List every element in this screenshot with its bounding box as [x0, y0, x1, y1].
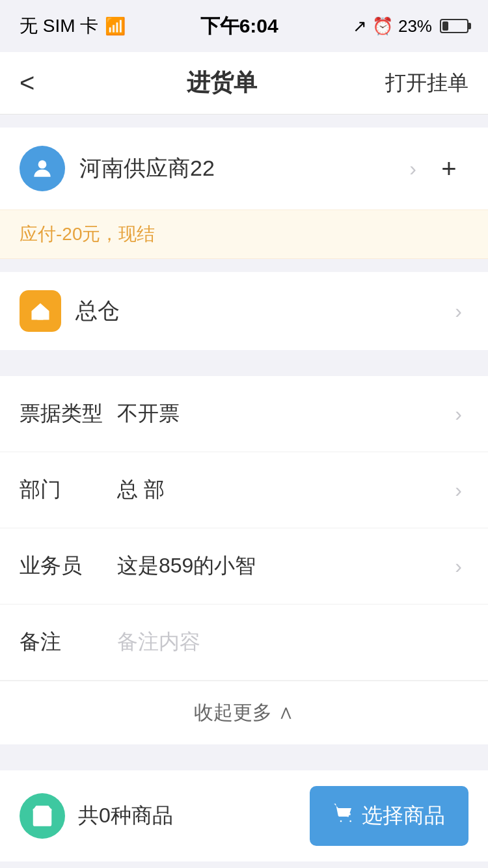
- sales-value: 这是859的小智: [117, 552, 455, 580]
- collapse-row[interactable]: 收起更多 ∧: [0, 681, 488, 744]
- warehouse-chevron-icon: ›: [455, 299, 462, 323]
- warehouse-row[interactable]: 总仓 ›: [0, 272, 488, 350]
- supplier-chevron-icon: ›: [409, 157, 416, 181]
- remark-input[interactable]: 备注内容: [117, 628, 468, 657]
- notice-text: 应付-20元，现结: [20, 224, 155, 244]
- status-left: 无 SIM 卡 📶: [20, 14, 126, 38]
- divider-3: [0, 744, 488, 757]
- status-bar: 无 SIM 卡 📶 下午6:04 ↗ ⏰ 23%: [0, 0, 488, 52]
- invoice-label: 票据类型: [20, 400, 104, 428]
- divider-2: [0, 350, 488, 363]
- svg-point-0: [38, 160, 47, 169]
- supplier-avatar: [20, 146, 65, 191]
- bottom-bar: 共0种商品 选择商品: [0, 770, 488, 861]
- department-label: 部门: [20, 476, 104, 504]
- supplier-section: 河南供应商22 › + 应付-20元，现结: [0, 128, 488, 259]
- goods-icon: [20, 793, 65, 839]
- sales-row[interactable]: 业务员 这是859的小智 ›: [0, 528, 488, 604]
- status-right: ↗ ⏰ 23%: [353, 16, 468, 36]
- notice-bar: 应付-20元，现结: [0, 210, 488, 259]
- remark-label: 备注: [20, 628, 104, 657]
- page-title: 进货单: [187, 67, 257, 99]
- invoice-chevron-icon: ›: [455, 402, 462, 426]
- supplier-row[interactable]: 河南供应商22 › +: [0, 128, 488, 210]
- sales-chevron-icon: ›: [455, 554, 462, 578]
- nav-bar: < 进货单 打开挂单: [0, 52, 488, 115]
- top-divider: [0, 115, 488, 128]
- department-row[interactable]: 部门 总 部 ›: [0, 452, 488, 528]
- warehouse-name: 总仓: [75, 296, 455, 326]
- location-icon: ↗: [353, 16, 367, 36]
- department-value: 总 部: [117, 476, 455, 504]
- department-chevron-icon: ›: [455, 478, 462, 502]
- supplier-name: 河南供应商22: [79, 154, 409, 183]
- battery-icon: [440, 19, 468, 33]
- back-button[interactable]: <: [20, 68, 59, 98]
- wifi-icon: 📶: [105, 16, 126, 36]
- goods-count-label: 共0种商品: [78, 802, 297, 830]
- svg-rect-1: [38, 313, 44, 320]
- cart-icon: [333, 803, 354, 829]
- add-supplier-button[interactable]: +: [429, 149, 468, 188]
- select-goods-button[interactable]: 选择商品: [310, 786, 468, 846]
- warehouse-icon: [20, 290, 61, 332]
- form-section: 票据类型 不开票 › 部门 总 部 › 业务员 这是859的小智 › 备注 备注…: [0, 376, 488, 744]
- open-pending-button[interactable]: 打开挂单: [385, 69, 468, 98]
- battery-percentage: 23%: [398, 16, 432, 36]
- divider-1: [0, 259, 488, 272]
- remark-row[interactable]: 备注 备注内容: [0, 604, 488, 681]
- sales-label: 业务员: [20, 552, 104, 580]
- carrier-label: 无 SIM 卡: [20, 14, 98, 38]
- time-label: 下午6:04: [200, 13, 278, 40]
- collapse-label: 收起更多 ∧: [194, 699, 293, 726]
- warehouse-section: 总仓 ›: [0, 272, 488, 350]
- select-goods-label: 选择商品: [362, 802, 445, 830]
- invoice-row[interactable]: 票据类型 不开票 ›: [0, 376, 488, 452]
- invoice-value: 不开票: [117, 400, 455, 428]
- alarm-icon: ⏰: [372, 16, 393, 36]
